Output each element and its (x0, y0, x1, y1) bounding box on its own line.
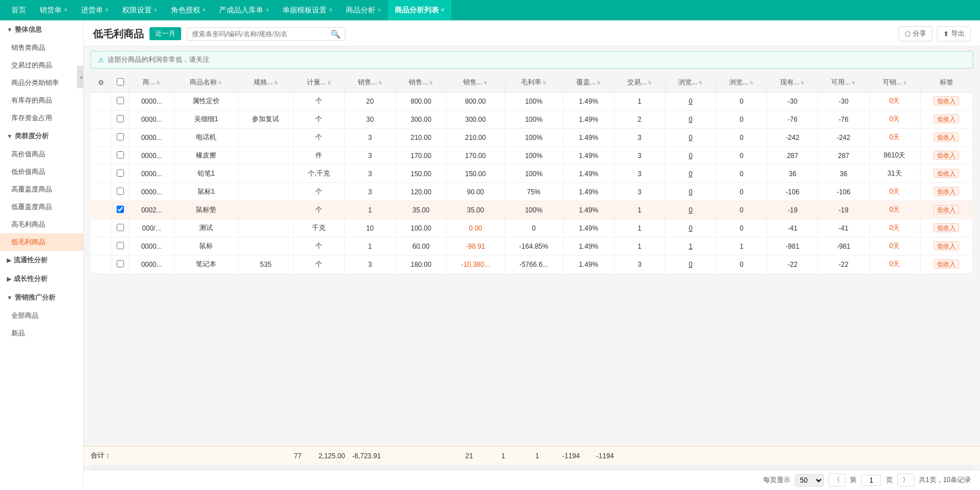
col-sale-amount[interactable]: 销售...⇅ (396, 73, 447, 92)
row-coverage: 1.49% (563, 110, 614, 129)
page-input[interactable] (861, 475, 881, 486)
nav-permission[interactable]: 权限设置 × (115, 0, 164, 20)
nav-close-product-warehousing[interactable]: × (266, 0, 269, 20)
col-saleable-days[interactable]: 可销...⇅ (869, 73, 920, 92)
row-unit: 个 (293, 201, 344, 219)
row-settings[interactable] (91, 183, 112, 201)
sidebar-item-low-coverage[interactable]: 低覆盖度商品 (0, 198, 83, 216)
row-checkbox[interactable] (112, 183, 129, 201)
col-code[interactable]: 商...⇅ (129, 73, 174, 92)
row-view1: 0 (665, 255, 716, 274)
nav-sales-order[interactable]: 销货单 × (33, 0, 74, 20)
table-row: 0000... 鼠标 个 1 60.00 -98.91 -164.85% 1.4… (91, 237, 973, 255)
col-available-stock[interactable]: 可用...⇅ (818, 73, 869, 92)
row-checkbox[interactable] (112, 201, 129, 219)
col-spec[interactable]: 规格...⇅ (238, 73, 293, 92)
col-unit[interactable]: 计量...⇅ (293, 73, 344, 92)
sidebar-collapse-btn[interactable]: « (77, 66, 84, 88)
sidebar-item-traded-products[interactable]: 交易过的商品 (0, 57, 83, 74)
sidebar-item-inventory-capital[interactable]: 库存资金占用 (0, 109, 83, 127)
nav-purchase-order[interactable]: 进货单 × (74, 0, 115, 20)
row-settings[interactable] (91, 110, 112, 129)
nav-home[interactable]: 首页 (5, 0, 33, 20)
sidebar-item-low-value[interactable]: 低价值商品 (0, 163, 83, 181)
row-sale-qty: 20 (344, 92, 395, 110)
row-view2: 0 (716, 147, 767, 165)
row-checkbox[interactable] (112, 92, 129, 110)
search-input[interactable] (192, 30, 331, 38)
col-name[interactable]: 商品名称⇅ (174, 73, 238, 92)
nav-close-product-analysis[interactable]: × (378, 0, 381, 20)
sidebar-item-sales-products[interactable]: 销售类商品 (0, 39, 83, 57)
page-size-select[interactable]: 50 20 100 (795, 474, 824, 487)
date-filter-button[interactable]: 近一月 (149, 27, 181, 40)
col-sale-qty[interactable]: 销售...⇅ (344, 73, 395, 92)
row-checkbox[interactable] (112, 237, 129, 255)
export-button[interactable]: ⬆ 导出 (937, 26, 971, 41)
nav-product-analysis[interactable]: 商品分析 × (339, 0, 388, 20)
nav-product-warehousing[interactable]: 产成品入库单 × (212, 0, 276, 20)
nav-close-sales-order[interactable]: × (64, 0, 67, 20)
col-coverage[interactable]: 覆盖...⇅ (563, 73, 614, 92)
sidebar-item-all-products[interactable]: 全部商品 (0, 307, 83, 325)
col-checkbox[interactable] (112, 73, 129, 92)
col-sale-profit[interactable]: 销售...⇅ (447, 73, 504, 92)
nav-product-analysis-list[interactable]: 商品分析列表 × (388, 0, 451, 20)
row-checkbox[interactable] (112, 129, 129, 147)
row-checkbox[interactable] (112, 110, 129, 129)
col-tag[interactable]: 标签 (920, 73, 973, 92)
row-settings[interactable] (91, 147, 112, 165)
row-checkbox[interactable] (112, 219, 129, 237)
sidebar-group-overall[interactable]: ▼ 整体信息 (0, 20, 83, 39)
sidebar-group-marketing[interactable]: ▼ 营销推广分析 (0, 288, 83, 307)
share-button[interactable]: ⬡ 分享 (898, 26, 932, 41)
row-checkbox[interactable] (112, 147, 129, 165)
pagination-bar: 每页显示 50 20 100 〈 第 页 〉 共1页，10条记录 (84, 470, 980, 490)
col-current-stock[interactable]: 现有...⇅ (767, 73, 818, 92)
nav-close-purchase-order[interactable]: × (105, 0, 109, 20)
sidebar-group-growth[interactable]: ▶ 成长性分析 (0, 270, 83, 288)
col-view1[interactable]: 浏览...⇅ (665, 73, 716, 92)
prev-page-button[interactable]: 〈 (828, 474, 845, 487)
nav-template-settings[interactable]: 单据模板设置 × (276, 0, 339, 20)
col-view2[interactable]: 浏览...⇅ (716, 73, 767, 92)
nav-close-product-analysis-list[interactable]: × (441, 0, 444, 20)
row-settings[interactable] (91, 255, 112, 274)
main-layout: « ▼ 整体信息 销售类商品 交易过的商品 商品分类助销率 有库存的商品 库存资… (0, 20, 980, 490)
sidebar-item-high-margin[interactable]: 高毛利商品 (0, 216, 83, 233)
row-checkbox[interactable] (112, 255, 129, 274)
sidebar-group-cluster[interactable]: ▼ 类群度分析 (0, 127, 83, 146)
sidebar-group-liquidity[interactable]: ▶ 流通性分析 (0, 251, 83, 270)
row-sale-qty: 3 (344, 255, 395, 274)
footer-label: 合计： (91, 451, 111, 461)
col-settings[interactable]: ⚙ (91, 73, 112, 92)
sidebar-item-high-value[interactable]: 高价值商品 (0, 146, 83, 163)
sidebar-item-category-sales-rate[interactable]: 商品分类助销率 (0, 74, 83, 92)
nav-role-auth[interactable]: 角色授权 × (164, 0, 213, 20)
col-trade-count[interactable]: 交易...⇅ (614, 73, 665, 92)
nav-close-template-settings[interactable]: × (329, 0, 332, 20)
row-tag: 低收入 (920, 147, 973, 165)
row-settings[interactable] (91, 165, 112, 183)
nav-close-permission[interactable]: × (154, 0, 157, 20)
col-gross-margin[interactable]: 毛利率⇅ (504, 73, 563, 92)
next-page-button[interactable]: 〉 (897, 474, 914, 487)
sidebar-item-low-margin[interactable]: 低毛利商品 (0, 233, 83, 251)
search-icon[interactable]: 🔍 (331, 29, 340, 39)
sidebar-item-new-products[interactable]: 新品 (0, 325, 83, 342)
row-checkbox[interactable] (112, 165, 129, 183)
sidebar-item-high-coverage[interactable]: 高覆盖度商品 (0, 181, 83, 198)
select-all-checkbox[interactable] (117, 78, 124, 86)
row-settings[interactable] (91, 219, 112, 237)
nav-close-role-auth[interactable]: × (203, 0, 206, 20)
row-saleable-days: 0天 (869, 129, 920, 147)
row-settings[interactable] (91, 129, 112, 147)
row-settings[interactable] (91, 237, 112, 255)
table-row: 0000... 吴细细1 参加复试 个 30 300.00 300.00 100… (91, 110, 973, 129)
horizontal-scrollbar[interactable] (91, 465, 973, 470)
row-settings[interactable] (91, 201, 112, 219)
row-available-stock: 36 (818, 165, 869, 183)
row-settings[interactable] (91, 92, 112, 110)
row-gross-margin: 100% (504, 147, 563, 165)
sidebar-item-in-stock-products[interactable]: 有库存的商品 (0, 92, 83, 109)
